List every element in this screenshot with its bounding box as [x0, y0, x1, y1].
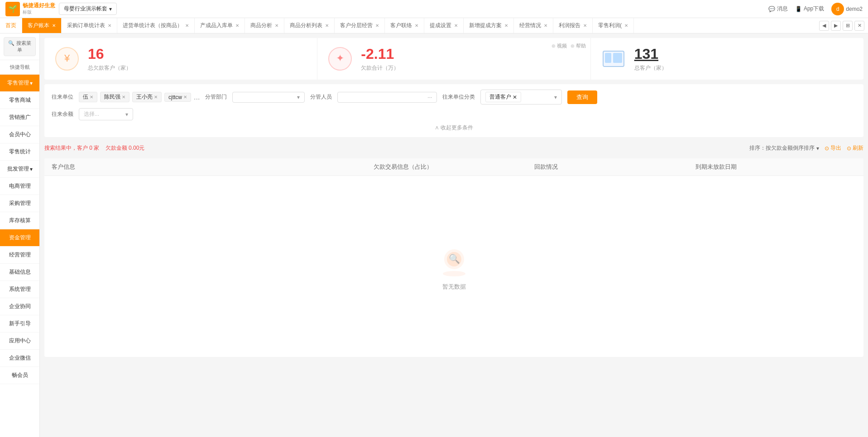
video-help-button[interactable]: ⊙ 视频	[551, 43, 567, 49]
filter-area: 往来单位 伍 ✕ 陈民强 ✕ 王小亮 ✕ cjttcw	[44, 84, 863, 137]
home-label: 首页	[5, 22, 16, 29]
balance-filter-select[interactable]: 选择... ▾	[79, 108, 133, 120]
close-tab-icon[interactable]: ✕	[108, 23, 111, 28]
search-menu-button[interactable]: 🔍 搜索菜单	[4, 37, 36, 56]
nav-expand-button[interactable]: ⊞	[843, 21, 853, 31]
logo-icon: 🌱	[5, 2, 20, 16]
person-filter-select[interactable]: ···	[337, 92, 437, 103]
sidebar-item-finance[interactable]: 资金管理	[0, 229, 39, 247]
unit-tag-2-close[interactable]: ✕	[122, 95, 125, 100]
empty-icon: 🔍	[436, 242, 472, 278]
svg-rect-6	[613, 53, 622, 63]
filter-row-2: 往来余额 选择... ▾	[52, 108, 856, 120]
close-tab-icon[interactable]: ✕	[544, 23, 547, 28]
nav-next-button[interactable]: ▶	[831, 21, 841, 31]
tab-purchase-order[interactable]: 采购订单统计表 ✕	[62, 18, 117, 33]
sidebar-item-enterprise-coop[interactable]: 企业协同	[0, 298, 39, 315]
filter-collapse-button[interactable]: ∧ 收起更多条件	[52, 124, 856, 132]
sidebar-item-enterprise-wechat[interactable]: 企业微信	[0, 350, 39, 367]
results-info: 搜索结果中，客户 0 家 欠款金额 0.00元	[44, 144, 144, 152]
top-bar-right: 💬 消息 📱 App下载 d demo2	[768, 3, 863, 15]
unit-tag-4: cjttcw ✕	[164, 93, 191, 102]
store-selector[interactable]: 母婴行业演示帐套 ▾	[59, 3, 117, 15]
stats-row: ¥ 16 总欠款客户（家） ✦ -2.11 欠款合计（	[44, 38, 863, 80]
nav-tabs: 首页 客户账本 ✕ 采购订单统计表 ✕ 进货单统计表（按商品） ✕ 产成品入库单…	[0, 18, 868, 33]
unit-tag-3-close[interactable]: ✕	[154, 95, 158, 100]
doc-help-button[interactable]: ⊙ 帮助	[571, 43, 586, 49]
sidebar-item-wholesale-mgmt[interactable]: 批发管理 ▾	[0, 161, 39, 178]
refresh-icon: ⊙	[847, 145, 851, 152]
unit-tags-more[interactable]: ...	[194, 94, 200, 101]
sidebar-item-member[interactable]: 畅会员	[0, 367, 39, 384]
sidebar-item-system[interactable]: 系统管理	[0, 281, 39, 298]
results-actions: 排序：按欠款金额倒序排序 ▾ ⊙ 导出 ⊙ 刷新	[749, 144, 863, 152]
close-tab-icon[interactable]: ✕	[504, 23, 508, 28]
tab-purchase-stat[interactable]: 进货单统计表（按商品） ✕	[117, 18, 195, 33]
close-tab-icon[interactable]: ✕	[624, 23, 628, 28]
close-tab-icon[interactable]: ✕	[325, 23, 329, 28]
query-button[interactable]: 查询	[567, 90, 597, 104]
export-button[interactable]: ⊙ 导出	[825, 144, 841, 152]
nav-close-all-button[interactable]: ✕	[854, 21, 864, 31]
nav-prev-button[interactable]: ◀	[819, 21, 829, 31]
refresh-button[interactable]: ⊙ 刷新	[847, 144, 863, 152]
tab-customer-account[interactable]: 客户账本 ✕	[22, 18, 62, 33]
sidebar-item-app-center[interactable]: 应用中心	[0, 332, 39, 350]
sidebar-quick-nav[interactable]: 快捷导航	[0, 60, 39, 75]
close-tab-icon[interactable]: ✕	[415, 23, 418, 28]
message-button[interactable]: 💬 消息	[768, 5, 788, 13]
close-tab-icon[interactable]: ✕	[275, 23, 278, 28]
sidebar-item-member-center[interactable]: 会员中心	[0, 126, 39, 143]
tab-business-report[interactable]: 经营情况 ✕	[514, 18, 553, 33]
data-table: 客户信息 欠款交易信息（占比） 回款情况 到期未放款日期 🔍 暂无数据	[44, 158, 863, 357]
tab-product-analysis-list[interactable]: 商品分析列表 ✕	[284, 18, 335, 33]
sidebar-item-marketing[interactable]: 营销推广	[0, 109, 39, 126]
logo-area: 🌱 畅捷通好生意 标版	[5, 2, 55, 16]
col-overdue-date: 到期未放款日期	[695, 163, 856, 171]
sidebar-item-basic-info[interactable]: 基础信息	[0, 264, 39, 281]
sidebar-item-newbie[interactable]: 新手引导	[0, 315, 39, 332]
chevron-down-icon: ▾	[30, 166, 33, 172]
sidebar-item-inventory[interactable]: 库存核算	[0, 212, 39, 229]
sidebar-item-purchase-mgmt[interactable]: 采购管理	[0, 195, 39, 212]
close-tab-icon[interactable]: ✕	[454, 23, 458, 28]
tab-new-improve[interactable]: 新增提成方案 ✕	[464, 18, 514, 33]
close-tab-icon[interactable]: ✕	[583, 23, 587, 28]
col-repayment: 回款情况	[534, 163, 695, 171]
sidebar-item-retail-mgmt[interactable]: 零售管理 ▾	[0, 75, 39, 92]
unit-tag-1-close[interactable]: ✕	[90, 95, 93, 100]
sidebar-item-retail-stats[interactable]: 零售统计	[0, 143, 39, 161]
empty-state: 🔍 暂无数据	[436, 242, 472, 291]
stat-card-debt-customers: ¥ 16 总欠款客户（家）	[44, 38, 317, 80]
tab-product-analysis[interactable]: 商品分析 ✕	[245, 18, 284, 33]
unit-filter-tags: 伍 ✕ 陈民强 ✕ 王小亮 ✕ cjttcw ✕ ...	[79, 92, 200, 102]
svg-text:✦: ✦	[336, 52, 344, 64]
close-tab-icon[interactable]: ✕	[235, 23, 239, 28]
sidebar-item-ecommerce[interactable]: 电商管理	[0, 178, 39, 195]
stat-value-debt-total: -2.11	[361, 46, 399, 62]
tab-profit-report[interactable]: 利润报告 ✕	[553, 18, 593, 33]
close-tab-icon[interactable]: ✕	[375, 23, 379, 28]
dept-filter-select[interactable]: ▾	[232, 92, 305, 103]
tab-improve-settings[interactable]: 提成设置 ✕	[424, 18, 464, 33]
app-download-button[interactable]: 📱 App下载	[795, 5, 824, 13]
category-tag-1-close[interactable]: ✕	[513, 94, 517, 100]
table-header: 客户信息 欠款交易信息（占比） 回款情况 到期未放款日期	[44, 158, 863, 176]
dept-filter-label: 分管部门	[205, 93, 227, 101]
top-bar-left: 🌱 畅捷通好生意 标版 母婴行业演示帐套 ▾	[5, 2, 117, 16]
category-filter-select[interactable]: 普通客户 ✕ ▾	[480, 90, 562, 104]
tab-customer-contact[interactable]: 客户联络 ✕	[385, 18, 424, 33]
tab-product-inbound[interactable]: 产成品入库单 ✕	[195, 18, 245, 33]
sort-button[interactable]: 排序：按欠款金额倒序排序 ▾	[749, 144, 819, 152]
close-tab-icon[interactable]: ✕	[185, 23, 189, 28]
svg-rect-5	[605, 53, 611, 63]
sidebar-item-operation[interactable]: 经营管理	[0, 247, 39, 264]
tab-retail-profit[interactable]: 零售利润( ✕	[593, 18, 634, 33]
close-tab-icon[interactable]: ✕	[52, 23, 56, 28]
unit-tag-4-close[interactable]: ✕	[183, 95, 187, 100]
tab-home[interactable]: 首页	[0, 18, 22, 33]
unit-tag-2: 陈民强 ✕	[100, 92, 129, 102]
sidebar-item-retail-mall[interactable]: 零售商城	[0, 92, 39, 109]
user-profile[interactable]: d demo2	[831, 3, 863, 15]
tab-customer-segment[interactable]: 客户分层经营 ✕	[335, 18, 385, 33]
